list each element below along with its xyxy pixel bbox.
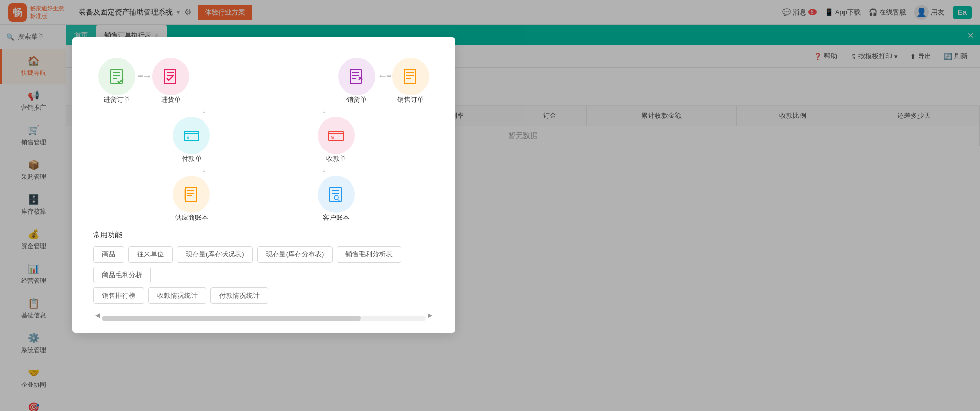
flow-diagram: 进货订单 - - → 进货单 xyxy=(93,53,434,222)
scrollbar-thumb xyxy=(102,316,361,321)
arrow-down-payment: ↓ xyxy=(173,104,235,117)
purchase-order-icon xyxy=(98,58,135,95)
common-btn-contacts[interactable]: 往来单位 xyxy=(128,246,173,263)
payment-bill-node: ¥ 付款单 xyxy=(173,117,210,163)
supplier-ledger-node: 供应商账本 xyxy=(173,176,210,222)
supplier-ledger-icon xyxy=(173,176,210,213)
sales-bill-icon xyxy=(338,58,375,95)
svg-point-31 xyxy=(334,195,338,200)
common-btn-inventory-dist[interactable]: 现存量(库存分布表) xyxy=(257,246,333,263)
payment-bill-icon: ¥ xyxy=(173,117,210,154)
scroll-left-arrow[interactable]: ◀ xyxy=(93,312,102,319)
common-btn-product[interactable]: 商品 xyxy=(93,246,124,263)
svg-rect-23 xyxy=(185,187,197,202)
common-buttons-row-2: 销售排行榜 收款情况统计 付款情况统计 xyxy=(93,287,434,304)
modal-scroll-area: ◀ ▶ xyxy=(93,308,434,323)
scroll-right-arrow[interactable]: ▶ xyxy=(426,312,434,319)
common-section-title: 常用功能 xyxy=(93,231,434,240)
purchase-order-node: 进货订单 xyxy=(98,58,135,104)
svg-text:¥: ¥ xyxy=(331,135,335,141)
receipt-bill-node: ¥ 收款单 xyxy=(318,117,355,163)
common-btn-product-profit[interactable]: 商品毛利分析 xyxy=(93,267,151,283)
arrow-down-customer: ↓ xyxy=(293,163,355,176)
arrow-down-supplier: ↓ xyxy=(173,163,235,176)
sales-order-node: 销售订单 xyxy=(392,58,429,104)
svg-rect-13 xyxy=(404,69,416,84)
common-btn-receipt-stats[interactable]: 收款情况统计 xyxy=(148,287,206,304)
common-btn-sales-profit[interactable]: 销售毛利分析表 xyxy=(337,246,401,263)
modal-scrollbar[interactable] xyxy=(102,316,426,321)
common-btn-payment-stats[interactable]: 付款情况统计 xyxy=(210,287,268,304)
customer-ledger-node: 客户账本 xyxy=(318,176,355,222)
common-btn-sales-ranking[interactable]: 销售排行榜 xyxy=(93,287,144,304)
svg-text:¥: ¥ xyxy=(186,135,190,141)
svg-rect-4 xyxy=(164,69,176,84)
common-btn-inventory-status[interactable]: 现存量(库存状况表) xyxy=(177,246,253,263)
svg-rect-7 xyxy=(350,69,361,84)
flow-modal: 进货订单 - - → 进货单 xyxy=(72,37,455,333)
purchase-bill-node: 进货单 xyxy=(152,58,189,104)
sales-order-icon xyxy=(392,58,429,95)
sales-bill-node: 销货单 xyxy=(338,58,375,104)
arrow-down-receipt: ↓ xyxy=(293,104,355,117)
common-buttons-row-1: 商品 往来单位 现存量(库存状况表) 现存量(库存分布表) 销售毛利分析表 商品… xyxy=(93,246,434,283)
customer-ledger-icon xyxy=(318,176,355,213)
purchase-bill-icon xyxy=(152,58,189,95)
common-functions-section: 常用功能 商品 往来单位 现存量(库存状况表) 现存量(库存分布表) 销售毛利分… xyxy=(93,231,434,304)
receipt-bill-icon: ¥ xyxy=(318,117,355,154)
svg-rect-27 xyxy=(184,189,186,200)
